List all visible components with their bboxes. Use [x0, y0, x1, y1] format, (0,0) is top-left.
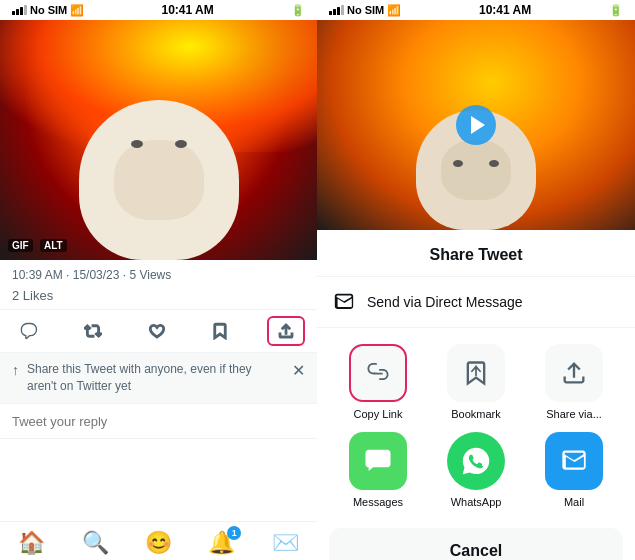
no-sim-right: No SIM	[347, 4, 384, 16]
battery-icon: 🔋	[291, 4, 305, 17]
dm-row[interactable]: Send via Direct Message	[317, 277, 635, 328]
like-button[interactable]	[140, 318, 174, 344]
status-right-left: No SIM 📶	[329, 4, 401, 17]
wifi-icon: 📶	[70, 4, 84, 17]
bookmark-circle	[447, 344, 505, 402]
messages-circle	[349, 432, 407, 490]
time-right: 10:41 AM	[479, 3, 531, 17]
messages-nav[interactable]: ✉️	[272, 530, 299, 556]
time-left: 10:41 AM	[162, 3, 214, 17]
copy-link-label: Copy Link	[354, 408, 403, 420]
cancel-button[interactable]: Cancel	[329, 528, 623, 560]
gif-badge: GIF	[8, 239, 33, 252]
copy-link-item[interactable]: Copy Link	[349, 344, 407, 420]
share-banner-icon: ↑	[12, 362, 19, 378]
share-via-label: Share via...	[546, 408, 602, 420]
mail-label: Mail	[564, 496, 584, 508]
retweet-icon	[84, 322, 102, 340]
retweet-button[interactable]	[76, 318, 110, 344]
status-left: No SIM 📶	[12, 4, 84, 17]
messages-label: Messages	[353, 496, 403, 508]
dm-icon	[333, 291, 355, 313]
notification-badge: 1	[227, 526, 241, 540]
likes-count: 2	[12, 288, 19, 303]
share-banner-content: ↑ Share this Tweet with anyone, even if …	[12, 361, 284, 395]
no-sim-label: No SIM	[30, 4, 67, 16]
bookmark-icon	[211, 322, 229, 340]
share-banner: ↑ Share this Tweet with anyone, even if …	[0, 353, 317, 404]
signal-icon-right	[329, 5, 344, 15]
bookmark-label: Bookmark	[451, 408, 501, 420]
play-button[interactable]	[456, 105, 496, 145]
share-banner-close[interactable]: ✕	[284, 361, 305, 380]
tweet-actions	[0, 309, 317, 353]
share-sheet: Share Tweet Send via Direct Message Copy…	[317, 230, 635, 560]
share-via-item[interactable]: Share via...	[545, 344, 603, 420]
battery-left: 🔋	[291, 4, 305, 17]
tweet-meta: 10:39 AM · 15/03/23 · 5 Views	[0, 260, 317, 286]
wifi-icon-right: 📶	[387, 4, 401, 17]
bottom-nav: 🏠 🔍 😊 🔔 1 ✉️	[0, 521, 317, 560]
mail-icon	[560, 447, 588, 475]
right-eye-left	[453, 160, 463, 167]
right-tweet-image	[317, 20, 635, 230]
battery-right: 🔋	[609, 4, 623, 17]
mail-item[interactable]: Mail	[545, 432, 603, 508]
copy-link-circle	[349, 344, 407, 402]
right-eye-right	[489, 160, 499, 167]
cat-eye-left	[131, 140, 143, 148]
status-bar-right: No SIM 📶 10:41 AM 🔋	[317, 0, 635, 20]
bookmark-share-icon	[462, 359, 490, 387]
whatsapp-label: WhatsApp	[451, 496, 502, 508]
reply-input-area	[0, 404, 317, 439]
whatsapp-circle	[447, 432, 505, 490]
reply-input[interactable]	[12, 414, 305, 429]
share-sheet-title: Share Tweet	[317, 242, 635, 277]
share-icons-row-1: Copy Link Bookmark Shar	[317, 328, 635, 428]
mail-circle	[545, 432, 603, 490]
home-nav[interactable]: 🏠	[18, 530, 45, 556]
whatsapp-icon	[460, 445, 492, 477]
share-banner-text: Share this Tweet with anyone, even if th…	[27, 361, 284, 395]
status-bar-left: No SIM 📶 10:41 AM 🔋	[0, 0, 317, 20]
like-icon	[148, 322, 166, 340]
share-button[interactable]	[267, 316, 305, 346]
tweet-image: GIF ALT	[0, 20, 317, 260]
whatsapp-item[interactable]: WhatsApp	[447, 432, 505, 508]
share-icons-row-2: Messages WhatsApp Mail	[317, 428, 635, 524]
likes-label: Likes	[23, 288, 53, 303]
share-via-icon	[560, 359, 588, 387]
battery-icon-right: 🔋	[609, 4, 623, 17]
cat-eye-right	[175, 140, 187, 148]
messages-icon	[363, 446, 393, 476]
bookmark-button[interactable]	[203, 318, 237, 344]
share-icon	[277, 322, 295, 340]
messages-item[interactable]: Messages	[349, 432, 407, 508]
bookmark-item[interactable]: Bookmark	[447, 344, 505, 420]
copy-link-icon	[364, 359, 392, 387]
tweet-likes: 2 Likes	[0, 286, 317, 309]
share-via-circle	[545, 344, 603, 402]
comment-icon	[20, 322, 38, 340]
notifications-nav[interactable]: 🔔 1	[208, 530, 235, 556]
emoji-nav[interactable]: 😊	[145, 530, 172, 556]
dm-label: Send via Direct Message	[367, 294, 523, 310]
alt-badge: ALT	[40, 239, 67, 252]
cat-face	[114, 140, 204, 220]
search-nav[interactable]: 🔍	[82, 530, 109, 556]
right-panel: No SIM 📶 10:41 AM 🔋 Share Tweet Send via…	[317, 0, 635, 560]
signal-icon	[12, 5, 27, 15]
left-panel: No SIM 📶 10:41 AM 🔋 GIF ALT 10:39 AM · 1…	[0, 0, 317, 560]
right-cat-face	[441, 140, 511, 200]
comment-button[interactable]	[12, 318, 46, 344]
cat-bg	[0, 20, 317, 260]
